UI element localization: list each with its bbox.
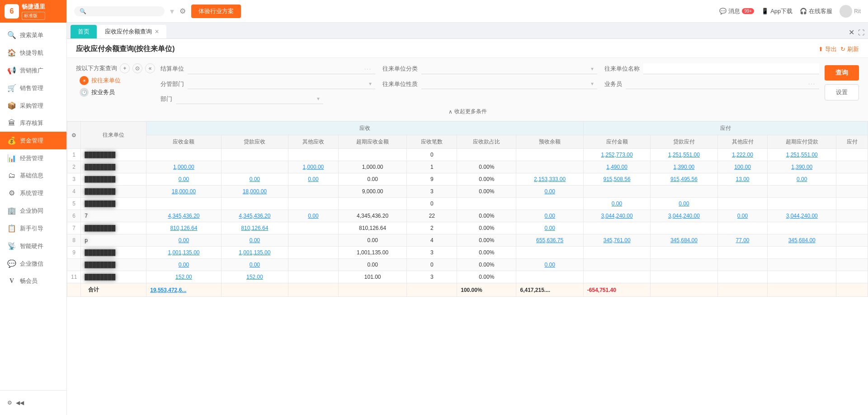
category-input[interactable]: ▾ [421,64,597,74]
row-data-cell[interactable]: 0.00 [146,259,221,271]
sidebar-item-sales[interactable]: 🛒 销售管理 [0,79,66,97]
sidebar-item-newbie[interactable]: 📋 新手引导 [0,219,66,237]
row-data-cell[interactable]: 3,044,240.00 [768,210,836,222]
row-data-cell[interactable]: 13.00 [717,173,768,186]
row-data-cell[interactable] [288,186,339,198]
row-data-cell[interactable] [583,247,650,259]
row-data-cell[interactable]: 915,495.56 [651,173,717,186]
topbar-app-download[interactable]: 📱 App下载 [761,7,793,15]
row-data-cell[interactable]: 1,000.00 [288,161,339,173]
sidebar-item-system[interactable]: ⚙ 系统管理 [0,184,66,202]
row-data-cell[interactable]: 0.00 [221,259,288,271]
sidebar-item-wechat[interactable]: 💬 企业微信 [0,255,66,272]
row-data-cell[interactable] [768,247,836,259]
row-data-cell[interactable]: 100.00 [717,161,768,173]
row-data-cell[interactable] [768,222,836,234]
row-data-cell[interactable] [717,186,768,198]
row-data-cell[interactable]: 0.00 [717,210,768,222]
collapse-btn[interactable]: ∧ 收起更多条件 [448,108,487,115]
table-settings-icon[interactable]: ⚙ [71,132,76,138]
row-data-cell[interactable]: 3,044,240.00 [583,210,650,222]
filter-settings-btn[interactable]: ⊙ [132,63,142,73]
sidebar-item-capital[interactable]: 💰 资金管理 [0,132,66,149]
row-data-cell[interactable]: 0.00 [516,186,583,198]
row-data-cell[interactable] [288,271,339,283]
row-data-cell[interactable]: 345,684.00 [651,234,717,247]
row-data-cell[interactable] [583,186,650,198]
row-data-cell[interactable] [768,271,836,283]
filter-collapse-icon[interactable]: « [145,63,155,73]
sidebar-item-quick[interactable]: 🏠 快捷导航 [0,44,66,62]
row-data-cell[interactable]: 0.00 [583,198,650,210]
row-data-cell[interactable] [288,247,339,259]
sidebar-item-member[interactable]: V 畅会员 [0,272,66,290]
sidebar-item-search[interactable]: 🔍 搜索菜单 [0,26,66,44]
row-data-cell[interactable]: 0.00 [288,173,339,186]
sidebar-item-corp[interactable]: 🏢 企业协同 [0,202,66,219]
row-data-cell[interactable] [516,161,583,173]
row-data-cell[interactable]: 1,001,135.00 [221,247,288,259]
topbar-user[interactable]: Rit [840,5,861,18]
sidebar-item-marketing[interactable]: 📢 营销推广 [0,62,66,79]
row-data-cell[interactable] [717,198,768,210]
row-data-cell[interactable] [221,161,288,173]
nature-input[interactable]: ▾ [421,79,597,89]
row-data-cell[interactable]: 810,126.64 [221,222,288,234]
sidebar-item-purchase[interactable]: 📦 采购管理 [0,97,66,114]
row-data-cell[interactable]: 1,251,551.00 [651,149,717,161]
sidebar-settings-btn[interactable]: ⚙ ◀◀ [0,396,66,410]
row-data-cell[interactable]: 655,636.75 [516,234,583,247]
row-data-cell[interactable] [516,149,583,161]
row-data-cell[interactable] [288,149,339,161]
row-data-cell[interactable] [288,259,339,271]
row-data-cell[interactable]: 0.00 [768,173,836,186]
row-data-cell[interactable] [768,198,836,210]
topbar-messages[interactable]: 💬 消息 99+ [719,7,754,15]
query-btn[interactable]: 查询 [825,65,859,81]
row-data-cell[interactable] [288,222,339,234]
tab-close-icon[interactable]: ✕ [155,29,159,35]
dept2-input[interactable]: ▾ [176,94,323,104]
salesman-input[interactable]: ··· [626,79,819,89]
row-data-cell[interactable]: 1,252,773.00 [583,149,650,161]
row-data-cell[interactable] [288,198,339,210]
row-data-cell[interactable] [583,271,650,283]
row-data-cell[interactable] [516,247,583,259]
topbar-search[interactable]: 🔍 [74,6,165,16]
sidebar-item-inventory[interactable]: 🏛 库存核算 [0,114,66,132]
topbar-gear-icon[interactable]: ⚙ [179,7,186,15]
row-data-cell[interactable]: 0.00 [146,234,221,247]
row-data-cell[interactable]: 2,153,333.00 [516,173,583,186]
export-btn[interactable]: ⬆ 导出 [818,45,837,53]
sidebar-item-basic[interactable]: 🗂 基础信息 [0,167,66,184]
row-data-cell[interactable] [717,247,768,259]
row-data-cell[interactable] [288,234,339,247]
topbar-online-service[interactable]: 🎧 在线客服 [800,7,832,15]
row-data-cell[interactable]: 3,044,240.00 [651,210,717,222]
row-data-cell[interactable]: 0.00 [651,198,717,210]
row-data-cell[interactable]: 1,390.00 [768,161,836,173]
settle-input[interactable]: ··· [188,64,375,74]
sidebar-item-hardware[interactable]: 📡 智能硬件 [0,237,66,255]
row-data-cell[interactable] [146,198,221,210]
row-data-cell[interactable]: 810,126.64 [146,222,221,234]
row-data-cell[interactable]: 345,684.00 [768,234,836,247]
tab-maximize-icon[interactable]: ⛶ [858,29,864,36]
row-data-cell[interactable]: 1,222.00 [717,149,768,161]
row-data-cell[interactable] [583,259,650,271]
row-data-cell[interactable] [221,198,288,210]
row-data-cell[interactable] [717,271,768,283]
dept-input[interactable]: ▾ [188,79,375,89]
table-settings-header[interactable]: ⚙ [67,122,81,149]
filter-add-btn[interactable]: + [120,63,130,73]
row-data-cell[interactable] [717,222,768,234]
row-data-cell[interactable] [516,271,583,283]
table-container[interactable]: ⚙ 往来单位 应收 应付 应收金额 贷款应收 其他应收 超期应收金额 应收笔数 … [67,121,868,371]
row-data-cell[interactable]: 4,345,436.20 [221,210,288,222]
row-data-cell[interactable] [221,149,288,161]
tab-balance[interactable]: 应收应付余额查询 ✕ [98,25,166,38]
row-data-cell[interactable]: 0.00 [516,259,583,271]
sidebar-collapse-btn[interactable]: ◀◀ [16,400,24,406]
refresh-btn[interactable]: ↻ 刷新 [840,45,859,53]
row-data-cell[interactable]: 152.00 [221,271,288,283]
